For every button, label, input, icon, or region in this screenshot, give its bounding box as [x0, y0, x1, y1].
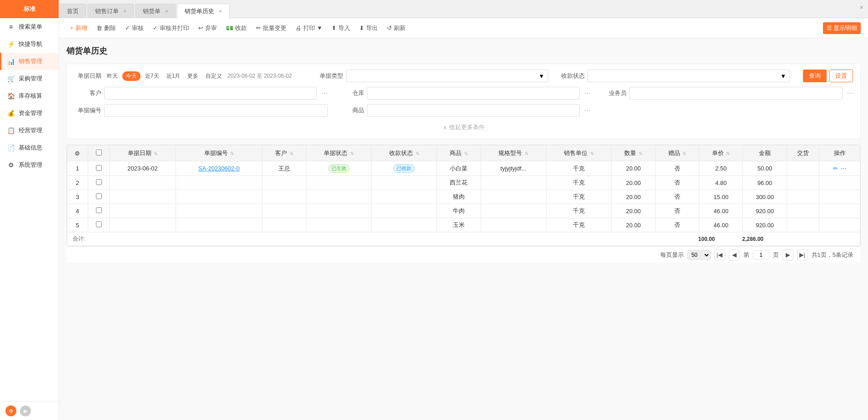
- tab-sales-history-close[interactable]: ×: [219, 8, 222, 15]
- row-date: [110, 204, 176, 218]
- date-today[interactable]: 今天: [122, 71, 140, 81]
- operator-input[interactable]: [629, 87, 842, 100]
- export-button[interactable]: ⬇ 导出: [356, 22, 381, 34]
- print-button[interactable]: 🖨 打印 ▼: [292, 22, 326, 34]
- delete-button[interactable]: 🗑 删除: [93, 22, 120, 34]
- new-button[interactable]: + 新增: [66, 22, 91, 34]
- warehouse-input[interactable]: [367, 87, 580, 100]
- sidebar-item-search-menu[interactable]: ≡ 搜索菜单: [0, 18, 59, 35]
- row-checkbox[interactable]: [88, 161, 110, 176]
- filter-area: 单据日期 昨天 今天 近7天 近1月 更多 自定义 2023-06-02 至 2…: [66, 64, 861, 139]
- row-checkbox[interactable]: [88, 204, 110, 218]
- row-date: [110, 176, 176, 190]
- approve-button[interactable]: ✓ 审核: [121, 22, 147, 34]
- docstatus-sort-icon[interactable]: ⇅: [350, 151, 354, 156]
- customer-sort-icon[interactable]: ⇅: [290, 151, 293, 156]
- sidebar-item-ops-mgmt[interactable]: 📋 经营管理: [0, 122, 59, 139]
- goods-sort-icon[interactable]: ⇅: [464, 151, 468, 156]
- refresh-button[interactable]: ↺ 刷新: [383, 22, 409, 34]
- unapprove-button[interactable]: ↩ 弃审: [195, 22, 221, 34]
- doc-no-link[interactable]: SA-20230602-0: [198, 165, 240, 172]
- import-button[interactable]: ⬆ 导入: [328, 22, 354, 34]
- doc-type-select[interactable]: ▼: [346, 70, 549, 82]
- collect-button[interactable]: 💵 收款: [222, 22, 251, 34]
- row-delivery: [787, 218, 819, 232]
- query-button[interactable]: 查询: [803, 70, 827, 82]
- date-custom[interactable]: 自定义: [203, 71, 225, 81]
- collapse-button[interactable]: ∧ 收起更多条件: [74, 121, 853, 133]
- per-page-select[interactable]: 50 100: [687, 250, 711, 260]
- customer-input[interactable]: [104, 87, 317, 100]
- unit-sort-icon[interactable]: ⇅: [590, 151, 594, 156]
- more-op-button[interactable]: ⋯: [841, 165, 847, 172]
- row-qty: 20.00: [612, 204, 655, 218]
- qty-sort-icon[interactable]: ⇅: [639, 151, 642, 156]
- sidebar-item-basic-info[interactable]: 📄 基础信息: [0, 139, 59, 156]
- date-sort-icon[interactable]: ⇅: [154, 151, 157, 156]
- row-price: 15.00: [699, 190, 743, 204]
- spec-sort-icon[interactable]: ⇅: [525, 151, 528, 156]
- finance-icon: 💰: [7, 109, 15, 117]
- approve-print-button[interactable]: ✓ 审核并打印: [149, 22, 193, 34]
- date-more[interactable]: 更多: [185, 71, 201, 81]
- doc-status-badge: 已生效: [328, 164, 350, 173]
- payment-status-dropdown-icon: ▼: [780, 73, 786, 80]
- price-sort-icon[interactable]: ⇅: [726, 151, 730, 156]
- edit-op-button[interactable]: ✏: [833, 165, 838, 172]
- date-7days[interactable]: 近7天: [142, 71, 162, 81]
- sidebar-item-sys-mgmt[interactable]: ⚙ 系统管理: [0, 156, 59, 174]
- sidebar-item-inventory[interactable]: 🏠 库存核算: [0, 87, 59, 105]
- next-page-button[interactable]: ▶: [783, 250, 793, 260]
- row-goods: 小白菜: [437, 161, 481, 176]
- docno-sort-icon[interactable]: ⇅: [230, 151, 234, 156]
- tab-sales-delivery[interactable]: 销货单 ×: [135, 4, 176, 18]
- sidebar-item-finance[interactable]: 💰 资金管理: [0, 105, 59, 122]
- row-checkbox[interactable]: [88, 190, 110, 204]
- date-yesterday[interactable]: 昨天: [104, 71, 120, 81]
- payment-status-select[interactable]: ▼: [587, 70, 790, 82]
- page-input[interactable]: [753, 250, 769, 260]
- date-1month[interactable]: 近1月: [164, 71, 183, 81]
- col-checkbox[interactable]: [88, 145, 110, 161]
- col-spec: 规格型号 ⇅: [481, 145, 546, 161]
- sidebar-item-sales-mgmt[interactable]: 📊 销售管理: [0, 53, 59, 70]
- goods-picker[interactable]: ···: [584, 106, 590, 115]
- last-page-button[interactable]: ▶|: [797, 250, 808, 260]
- tab-sales-history[interactable]: 销货单历史 ×: [177, 4, 230, 18]
- select-all-checkbox[interactable]: [96, 150, 102, 155]
- gift-sort-icon[interactable]: ⇅: [682, 151, 686, 156]
- unapprove-label: 弃审: [205, 24, 217, 32]
- sidebar-item-purchase-mgmt[interactable]: 🛒 采购管理: [0, 70, 59, 87]
- warehouse-picker[interactable]: ···: [584, 89, 590, 97]
- sidebar-bottom-icon[interactable]: ⚙: [5, 405, 16, 416]
- sidebar-item-quick-nav[interactable]: ⚡ 快捷导航: [0, 35, 59, 53]
- row-no: 2: [67, 176, 88, 190]
- goods-input[interactable]: [367, 104, 580, 117]
- batch-change-button[interactable]: ✏ 批量变更: [252, 22, 290, 34]
- paystatus-sort-icon[interactable]: ⇅: [416, 151, 419, 156]
- import-icon: ⬆: [331, 25, 336, 31]
- refresh-icon: ↺: [387, 25, 392, 31]
- display-detail-button[interactable]: ☰ 显示明细: [823, 22, 861, 34]
- prev-page-button[interactable]: ◀: [729, 250, 740, 260]
- operator-picker[interactable]: ···: [847, 89, 853, 97]
- customer-picker[interactable]: ···: [321, 89, 327, 97]
- tab-sales-order-close[interactable]: ×: [123, 8, 126, 15]
- setting-button[interactable]: 设置: [829, 70, 853, 82]
- tab-home[interactable]: 首页: [59, 4, 86, 18]
- row-qty: 20.00: [612, 218, 655, 232]
- tab-sales-delivery-close[interactable]: ×: [165, 8, 168, 15]
- first-page-button[interactable]: |◀: [714, 250, 725, 260]
- row-unit: 千克: [546, 218, 612, 232]
- display-detail-label: 显示明细: [833, 24, 857, 32]
- row-checkbox[interactable]: [88, 176, 110, 190]
- row-payment-status: [371, 218, 437, 232]
- sidebar-bottom-icon2[interactable]: ▶: [20, 405, 31, 416]
- tab-sales-order[interactable]: 销售订单 ×: [87, 4, 134, 18]
- close-all-tabs-button[interactable]: ×: [860, 4, 863, 11]
- row-checkbox[interactable]: [88, 218, 110, 232]
- col-settings[interactable]: ⚙: [67, 145, 88, 161]
- row-delivery: [787, 204, 819, 218]
- doc-no-input[interactable]: [104, 104, 328, 117]
- row-gift: 否: [655, 218, 699, 232]
